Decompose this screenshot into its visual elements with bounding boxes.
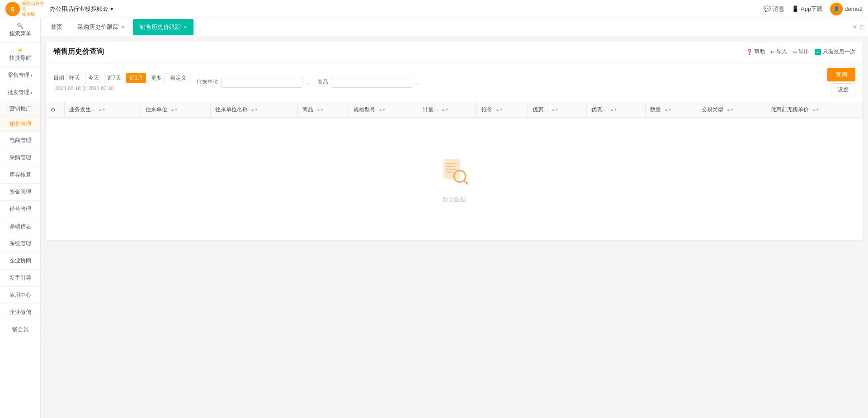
tab-close-sales[interactable]: × [184, 24, 187, 30]
sort-icon: ▲▼ [552, 108, 559, 112]
table-col-counterpart-code[interactable]: 往来单位 ▲▼ [141, 102, 210, 118]
table-col-discount1[interactable]: 优惠... ▲▼ [528, 102, 587, 118]
date-label: 日期 [53, 74, 64, 82]
table-header: ⚙ 业务发生... ▲▼ 往来单位 ▲▼ [46, 102, 863, 118]
sidebar-item-retail[interactable]: 零售管理 ▾ [0, 67, 40, 84]
only-last-checkbox[interactable]: ✓ 只看最后一次 [815, 48, 855, 56]
svg-rect-1 [446, 163, 457, 164]
filter-right-buttons: 查询 设置 [827, 68, 855, 96]
date-btn-yesterday[interactable]: 昨天 [66, 73, 83, 83]
tab-sales[interactable]: 销售历史价跟踪 × [133, 19, 193, 35]
sort-icon: ▲▼ [665, 108, 672, 112]
svg-rect-2 [446, 166, 455, 166]
counterpart-label: 往来单位 [197, 78, 218, 86]
empty-text: 暂无数据 [443, 195, 466, 204]
help-icon: ❓ [746, 49, 753, 55]
sidebar-item-finance[interactable]: 资金管理 [0, 184, 40, 201]
import-icon: ↩ [770, 49, 775, 55]
product-input[interactable] [331, 77, 412, 88]
date-btn-1month[interactable]: 近1月 [126, 73, 146, 83]
table-col-biz-date[interactable]: 业务发生... ▲▼ [64, 102, 141, 118]
sort-icon: ▲▼ [610, 108, 618, 112]
sidebar-item-enterprise[interactable]: 企业协同 [0, 252, 40, 270]
query-button[interactable]: 查询 [827, 68, 855, 81]
date-buttons: 日期 昨天 今天 近7天 近1月 更多 自定义 [53, 73, 189, 83]
sidebar-item-wholesale[interactable]: 批发管理 ▴ [0, 84, 40, 101]
top-header: 6 畅捷信好生意 标准版 办公用品行业模拟账套 ▾ 💬 消息 📱 App下载 👤… [0, 0, 868, 18]
counterpart-input[interactable] [221, 77, 302, 88]
table-col-counterpart-name[interactable]: 往来单位名称 ▲▼ [210, 102, 297, 118]
sidebar-item-purchase[interactable]: 采购管理 [0, 149, 40, 166]
product-label: 商品 [317, 78, 328, 86]
date-btn-today[interactable]: 今天 [85, 73, 102, 83]
table-col-discount2[interactable]: 优惠... ▲▼ [587, 102, 646, 118]
settings-button[interactable]: 设置 [831, 83, 855, 96]
company-dropdown[interactable]: 办公用品行业模拟账套 ▾ [50, 5, 764, 13]
sidebar-item-sales[interactable]: 销售管理 [0, 117, 40, 132]
tab-close-purchase[interactable]: × [121, 24, 124, 30]
chevron-down-icon: ▾ [30, 73, 33, 78]
window-maximize-btn[interactable]: □ [861, 24, 864, 31]
sidebar-item-ecommerce[interactable]: 电商管理 [0, 132, 40, 149]
sidebar-item-search-menu[interactable]: 🔍 搜索菜单 [0, 18, 40, 43]
sort-icon: ▲▼ [378, 108, 386, 112]
page-content: 销售历史价查询 ❓ 帮助 ↩ 导入 ↪ 导出 [41, 36, 868, 418]
sidebar-item-member[interactable]: 畅会员 [0, 321, 40, 338]
filter-bar: 日期 昨天 今天 近7天 近1月 更多 自定义 2023-02-18 至 202… [46, 62, 863, 102]
sort-icon: ▲▼ [812, 108, 819, 112]
table-col-settings[interactable]: ⚙ [46, 102, 64, 118]
table-col-spec[interactable]: 规格型号 ▲▼ [349, 102, 418, 118]
sidebar-item-system[interactable]: 系统管理 [0, 235, 40, 252]
sort-icon: ▲▼ [99, 108, 106, 112]
empty-state-icon [436, 154, 472, 190]
help-btn[interactable]: ❓ 帮助 [746, 48, 765, 56]
product-picker-btn[interactable]: ... [415, 79, 420, 86]
sidebar-item-wechat[interactable]: 企业微信 [0, 304, 40, 321]
message-icon: 💬 [764, 5, 771, 12]
svg-rect-4 [446, 171, 453, 172]
title-actions: ❓ 帮助 ↩ 导入 ↪ 导出 ✓ 只看最后一次 [746, 48, 855, 56]
table-area: ⚙ 业务发生... ▲▼ 往来单位 ▲▼ [46, 102, 863, 240]
sidebar-item-appstore[interactable]: 应用中心 [0, 287, 40, 304]
sidebar-item-operations[interactable]: 经营管理 [0, 201, 40, 218]
table-col-quote[interactable]: 报价 ▲▼ [477, 102, 528, 118]
sidebar-item-marketing[interactable]: 营销推广 [0, 101, 40, 117]
tab-home[interactable]: 首页 [44, 19, 69, 35]
export-icon: ↪ [793, 49, 797, 55]
sidebar-item-guide[interactable]: 新手引导 [0, 270, 40, 287]
empty-state: 暂无数据 [46, 118, 863, 240]
download-icon: 📱 [792, 5, 799, 12]
app-download-btn[interactable]: 📱 App下载 [792, 5, 823, 13]
import-btn[interactable]: ↩ 导入 [770, 48, 787, 56]
product-filter-group: 商品 ... [317, 77, 420, 88]
tab-bar-right: × □ [853, 23, 864, 31]
settings-icon: ⚙ [51, 107, 56, 113]
avatar: 👤 [830, 3, 843, 15]
page-title-bar: 销售历史价查询 ❓ 帮助 ↩ 导入 ↪ 导出 [46, 42, 863, 62]
table-col-qty[interactable]: 数量 ▲▼ [646, 102, 697, 118]
date-btn-more[interactable]: 更多 [148, 73, 165, 83]
sidebar-item-inventory[interactable]: 库存核算 [0, 166, 40, 184]
page-title: 销售历史价查询 [53, 47, 104, 57]
table-header-row: ⚙ 业务发生... ▲▼ 往来单位 ▲▼ [46, 102, 863, 118]
sidebar-item-base[interactable]: 基础信息 [0, 218, 40, 235]
window-close-btn[interactable]: × [853, 23, 857, 31]
header-right: 💬 消息 📱 App下载 👤 demo2 [764, 3, 863, 15]
date-btn-7days[interactable]: 近7天 [104, 73, 124, 83]
date-btn-custom[interactable]: 自定义 [167, 73, 189, 83]
sidebar-item-quick-nav[interactable]: ⚡ 快捷导航 [0, 43, 40, 67]
table-col-trade-type[interactable]: 交易类型 ▲▼ [697, 102, 766, 118]
sort-icon: ▲▼ [726, 108, 734, 112]
counterpart-picker-btn[interactable]: ... [305, 79, 310, 86]
sort-icon: ▲▼ [316, 108, 324, 112]
table-col-product[interactable]: 商品 ▲▼ [297, 102, 349, 118]
message-btn[interactable]: 💬 消息 [764, 5, 784, 13]
table-col-unit[interactable]: 计量... ▲▼ [418, 102, 477, 118]
table-col-pretax-price[interactable]: 优惠前无税单价 ▲▼ [766, 102, 862, 118]
user-avatar-btn[interactable]: 👤 demo2 [830, 3, 863, 15]
sort-icon: ▲▼ [251, 108, 258, 112]
chevron-up-icon: ▴ [30, 90, 33, 95]
export-btn[interactable]: ↪ 导出 [793, 48, 809, 56]
tab-purchase[interactable]: 采购历史价跟踪 × [71, 19, 131, 35]
checkbox-checked-icon: ✓ [815, 49, 821, 55]
